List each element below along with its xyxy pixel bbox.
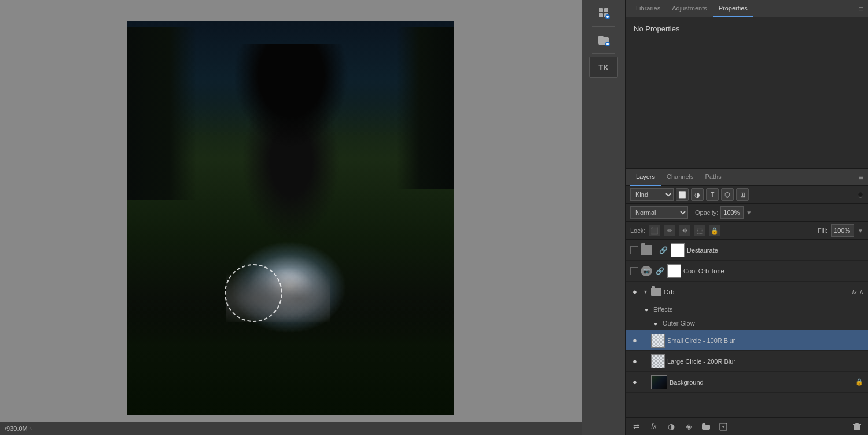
svg-rect-1 <box>604 8 608 12</box>
blend-row: Normal Multiply Screen Overlay Opacity: … <box>626 204 868 222</box>
filter-row: Kind Name Effect ⬜ ◑ T ⬡ ⊞ <box>626 186 868 204</box>
filter-smart-icon[interactable]: ⊞ <box>736 188 749 201</box>
tab-paths[interactable]: Paths <box>700 169 727 186</box>
canvas-status-bar: /930.0M › <box>0 422 582 435</box>
destaurate-name: Destaurate <box>687 247 863 254</box>
cool-orb-thumbnail <box>667 264 681 278</box>
small-circle-name: Small Circle - 100R Blur <box>667 337 863 344</box>
background-lock-icon: 🔒 <box>855 378 863 386</box>
lock-transparent-btn[interactable]: ⬛ <box>649 225 660 236</box>
opacity-value[interactable]: 100% <box>720 206 744 219</box>
large-circle-thumbnail <box>651 354 665 368</box>
add-layer-style-btn[interactable]: fx <box>648 420 660 433</box>
effects-visibility[interactable]: ● <box>642 305 651 314</box>
canvas-image <box>127 21 454 415</box>
fill-arrow[interactable]: ▼ <box>858 228 863 234</box>
tab-adjustments[interactable]: Adjustments <box>666 0 713 17</box>
layer-orb-group[interactable]: ● ▾ Orb fx ∧ <box>626 282 868 302</box>
filter-kind-select[interactable]: Kind Name Effect <box>630 188 674 201</box>
right-toolbar: TK <box>582 0 625 435</box>
orb-collapse-arrow[interactable]: ▾ <box>642 288 649 295</box>
separator-1 <box>592 26 615 27</box>
blend-mode-select[interactable]: Normal Multiply Screen Overlay <box>630 206 688 219</box>
large-circle-visibility[interactable]: ● <box>630 357 639 366</box>
orb-fx-label[interactable]: fx <box>852 288 857 295</box>
tab-layers[interactable]: Layers <box>630 169 661 186</box>
effects-label: Effects <box>653 306 672 313</box>
lock-label: Lock: <box>630 227 645 234</box>
filter-toggle[interactable] <box>858 192 863 198</box>
layer-background[interactable]: ● Background 🔒 <box>626 372 868 393</box>
lock-row: Lock: ⬛ ✏ ✥ ⬚ 🔒 Fill: 100% ▼ <box>626 222 868 240</box>
layer-large-circle[interactable]: ● Large Circle - 200R Blur <box>626 351 868 372</box>
small-circle-visibility[interactable]: ● <box>630 336 639 345</box>
layer-actions-bar: ⇄ fx ◑ ◈ <box>626 417 868 435</box>
cool-orb-visibility-checkbox[interactable] <box>630 267 638 275</box>
background-visibility[interactable]: ● <box>630 378 639 387</box>
svg-rect-2 <box>599 13 603 17</box>
properties-panel: Libraries Adjustments Properties ≡ No Pr… <box>626 0 868 169</box>
filter-adjustment-icon[interactable]: ◑ <box>691 188 704 201</box>
new-group-btn[interactable] <box>700 420 712 433</box>
svg-point-5 <box>606 16 609 18</box>
opacity-label: Opacity: <box>695 209 718 216</box>
no-properties-text: No Properties <box>626 17 868 168</box>
link-layers-btn[interactable]: ⇄ <box>630 420 643 433</box>
layer-outer-glow[interactable]: ● Outer Glow <box>626 316 868 330</box>
filter-shape-icon[interactable]: ⬡ <box>721 188 734 201</box>
layer-small-circle[interactable]: ● Small Circle - 100R Blur <box>626 330 868 351</box>
lock-position-btn[interactable]: ✥ <box>679 225 690 236</box>
layers-menu-icon[interactable]: ≡ <box>859 173 863 182</box>
right-panels: Libraries Adjustments Properties ≡ No Pr… <box>625 0 868 435</box>
svg-rect-11 <box>854 424 860 430</box>
svg-rect-13 <box>853 424 861 425</box>
orb-fx-arrow[interactable]: ∧ <box>859 288 863 295</box>
svg-point-7 <box>606 43 609 45</box>
svg-rect-0 <box>599 8 603 12</box>
opacity-arrow[interactable]: ▼ <box>746 210 752 216</box>
small-circle-thumbnail <box>651 334 665 348</box>
new-layer-btn[interactable] <box>717 420 730 433</box>
svg-rect-12 <box>855 423 859 424</box>
lock-artboard-btn[interactable]: ⬚ <box>694 225 705 236</box>
delete-layer-btn[interactable] <box>851 420 863 433</box>
tk-button[interactable]: TK <box>589 57 618 78</box>
fill-value[interactable]: 100% <box>831 224 854 237</box>
layer-effects[interactable]: ● Effects <box>626 302 868 316</box>
libraries-icon-btn[interactable] <box>589 2 618 23</box>
properties-menu-icon[interactable]: ≡ <box>859 4 863 13</box>
orb-folder-icon <box>651 288 661 296</box>
separator-2 <box>592 53 615 54</box>
tab-libraries[interactable]: Libraries <box>630 0 666 17</box>
layers-list[interactable]: 🔗 Destaurate 📷 🔗 Cool Orb Tone ● <box>626 240 868 417</box>
orb-group-name: Orb <box>664 288 849 295</box>
layer-destaurate[interactable]: 🔗 Destaurate <box>626 240 868 261</box>
cool-orb-link-icon: 🔗 <box>654 266 665 276</box>
cool-orb-name: Cool Orb Tone <box>683 268 863 275</box>
outer-glow-label: Outer Glow <box>663 320 695 327</box>
layers-tabs-row: Layers Channels Paths ≡ <box>626 169 868 186</box>
status-memory: /930.0M <box>5 425 28 432</box>
outer-glow-visibility[interactable]: ● <box>651 319 660 328</box>
canvas-area: /930.0M › <box>0 0 582 435</box>
filter-pixel-icon[interactable]: ⬜ <box>676 188 689 201</box>
properties-tabs-row: Libraries Adjustments Properties ≡ <box>626 0 868 17</box>
new-fill-layer-btn[interactable]: ◈ <box>682 420 695 433</box>
destaurate-thumbnail <box>671 243 685 257</box>
destaurate-visibility-checkbox[interactable] <box>630 246 638 254</box>
folder-icon-btn[interactable] <box>589 30 618 50</box>
layer-cool-orb-tone[interactable]: 📷 🔗 Cool Orb Tone <box>626 261 868 282</box>
status-arrow[interactable]: › <box>30 426 32 432</box>
fill-label: Fill: <box>818 227 827 234</box>
tab-properties[interactable]: Properties <box>713 0 753 17</box>
lock-image-btn[interactable]: ✏ <box>664 225 675 236</box>
orb-visibility[interactable]: ● <box>630 287 639 297</box>
filter-type-icon[interactable]: T <box>706 188 719 201</box>
add-mask-btn[interactable]: ◑ <box>665 420 678 433</box>
background-name: Background <box>670 379 853 386</box>
lock-all-btn[interactable]: 🔒 <box>709 225 720 236</box>
destaurate-link-icon: 🔗 <box>658 245 668 255</box>
layers-panel: Layers Channels Paths ≡ Kind Name Effect… <box>626 169 868 435</box>
large-circle-name: Large Circle - 200R Blur <box>667 358 863 365</box>
tab-channels[interactable]: Channels <box>661 169 699 186</box>
